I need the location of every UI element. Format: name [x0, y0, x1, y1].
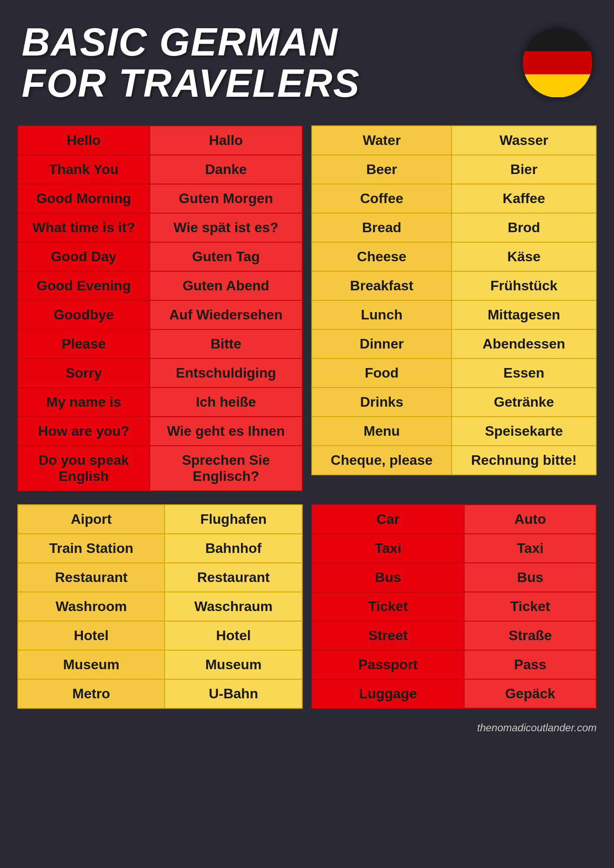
english-word: Bus — [312, 563, 464, 592]
english-word: My name is — [18, 388, 150, 417]
table-row: LunchMittagesen — [312, 300, 596, 329]
table-row: MetroU-Bahn — [18, 679, 302, 708]
english-word: Goodbye — [18, 300, 150, 329]
english-word: Aiport — [18, 505, 165, 534]
german-word: Ich heiße — [150, 388, 302, 417]
table-row: DinnerAbendessen — [312, 329, 596, 358]
table-row: SorryEntschuldiging — [18, 358, 302, 388]
english-word: What time is it? — [18, 213, 150, 242]
english-word: Train Station — [18, 534, 165, 563]
german-word: Guten Abend — [150, 271, 302, 300]
english-word: Metro — [18, 679, 165, 708]
table-row: MenuSpeisekarte — [312, 417, 596, 446]
page-title: BASIC GERMAN FOR TRAVELERS — [22, 22, 360, 104]
german-word: Restaurant — [165, 563, 302, 592]
english-word: Cheese — [312, 242, 452, 271]
table-row: DrinksGetränke — [312, 388, 596, 417]
german-word: Bier — [452, 155, 596, 184]
english-word: Please — [18, 329, 150, 358]
german-word: Pass — [464, 650, 596, 679]
table-row: Do you speak EnglishSprechen Sie Englisc… — [18, 446, 302, 491]
table-row: BreakfastFrühstück — [312, 271, 596, 300]
german-word: Waschraum — [165, 592, 302, 621]
table-row: StreetStraße — [312, 621, 596, 650]
bottom-left-vocabulary-table: AiportFlughafenTrain StationBahnhofResta… — [17, 504, 303, 709]
english-word: Breakfast — [312, 271, 452, 300]
german-flag-icon — [523, 28, 592, 98]
places-table: AiportFlughafenTrain StationBahnhofResta… — [17, 504, 303, 709]
table-row: FoodEssen — [312, 358, 596, 388]
german-word: Bus — [464, 563, 596, 592]
german-word: Taxi — [464, 534, 596, 563]
english-word: Street — [312, 621, 464, 650]
table-row: How are you?Wie geht es Ihnen — [18, 417, 302, 446]
english-word: Dinner — [312, 329, 452, 358]
english-word: Menu — [312, 417, 452, 446]
german-word: Rechnung bitte! — [452, 446, 596, 475]
english-word: Taxi — [312, 534, 464, 563]
footer: thenomadicoutlander.com — [17, 722, 597, 734]
german-word: Käse — [452, 242, 596, 271]
table-row: Cheque, pleaseRechnung bitte! — [312, 446, 596, 475]
english-word: Food — [312, 358, 452, 388]
german-word: Wie spät ist es? — [150, 213, 302, 242]
english-word: Thank You — [18, 155, 150, 184]
english-word: Water — [312, 126, 452, 155]
table-row: LuggageGepäck — [312, 679, 596, 708]
english-word: Museum — [18, 650, 165, 679]
top-tables-section: HelloHalloThank YouDankeGood MorningGute… — [17, 125, 597, 491]
food-table: WaterWasserBeerBierCoffeeKaffeeBreadBrod… — [311, 125, 597, 475]
table-row: PassportPass — [312, 650, 596, 679]
greetings-table: HelloHalloThank YouDankeGood MorningGute… — [17, 125, 303, 491]
table-row: WashroomWaschraum — [18, 592, 302, 621]
table-row: BreadBrod — [312, 213, 596, 242]
title-line1: BASIC GERMAN — [22, 20, 338, 64]
table-row: My name isIch heiße — [18, 388, 302, 417]
table-row: MuseumMuseum — [18, 650, 302, 679]
german-word: U-Bahn — [165, 679, 302, 708]
table-row: TicketTicket — [312, 592, 596, 621]
english-word: Sorry — [18, 358, 150, 388]
table-row: Good MorningGuten Morgen — [18, 184, 302, 213]
english-word: Bread — [312, 213, 452, 242]
english-word: Hotel — [18, 621, 165, 650]
english-word: How are you? — [18, 417, 150, 446]
german-word: Speisekarte — [452, 417, 596, 446]
table-row: CoffeeKaffee — [312, 184, 596, 213]
german-word: Flughafen — [165, 505, 302, 534]
german-word: Hotel — [165, 621, 302, 650]
table-row: Good DayGuten Tag — [18, 242, 302, 271]
english-word: Passport — [312, 650, 464, 679]
table-row: AiportFlughafen — [18, 505, 302, 534]
english-word: Washroom — [18, 592, 165, 621]
right-vocabulary-table: WaterWasserBeerBierCoffeeKaffeeBreadBrod… — [311, 125, 597, 491]
german-word: Straße — [464, 621, 596, 650]
english-word: Luggage — [312, 679, 464, 708]
german-word: Bahnhof — [165, 534, 302, 563]
table-row: TaxiTaxi — [312, 534, 596, 563]
table-row: Train StationBahnhof — [18, 534, 302, 563]
left-vocabulary-table: HelloHalloThank YouDankeGood MorningGute… — [17, 125, 303, 491]
german-word: Auf Wiedersehen — [150, 300, 302, 329]
german-word: Brod — [452, 213, 596, 242]
german-word: Danke — [150, 155, 302, 184]
table-row: PleaseBitte — [18, 329, 302, 358]
english-word: Hello — [18, 126, 150, 155]
english-word: Drinks — [312, 388, 452, 417]
german-word: Getränke — [452, 388, 596, 417]
german-word: Mittagesen — [452, 300, 596, 329]
german-word: Kaffee — [452, 184, 596, 213]
header: BASIC GERMAN FOR TRAVELERS — [17, 13, 597, 108]
table-row: Thank YouDanke — [18, 155, 302, 184]
english-word: Lunch — [312, 300, 452, 329]
table-row: What time is it?Wie spät ist es? — [18, 213, 302, 242]
german-word: Auto — [464, 505, 596, 534]
website-text: thenomadicoutlander.com — [477, 722, 597, 733]
english-word: Good Evening — [18, 271, 150, 300]
table-row: Good EveningGuten Abend — [18, 271, 302, 300]
german-word: Wasser — [452, 126, 596, 155]
german-word: Essen — [452, 358, 596, 388]
english-word: Restaurant — [18, 563, 165, 592]
table-row: GoodbyeAuf Wiedersehen — [18, 300, 302, 329]
english-word: Good Morning — [18, 184, 150, 213]
